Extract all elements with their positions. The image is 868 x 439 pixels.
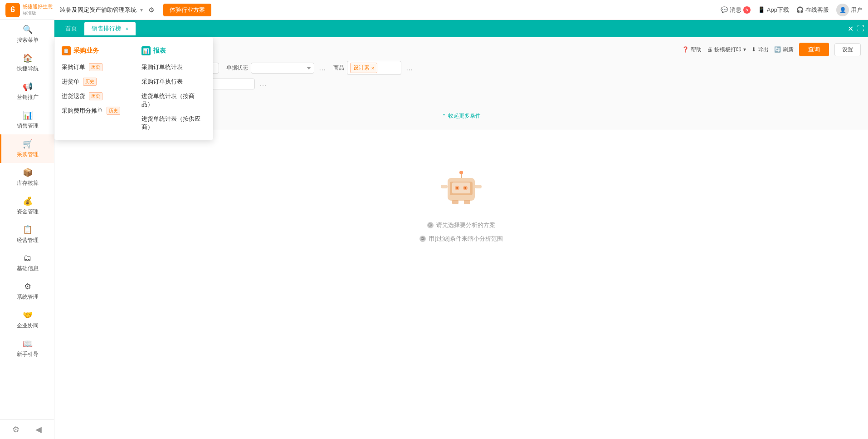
purchase-item-采购费用分摊单[interactable]: 采购费用分摊单历史 bbox=[54, 104, 134, 118]
purchase-item-采购订单[interactable]: 采购订单历史 bbox=[54, 60, 134, 74]
purchase-report-header-icon: 📊 bbox=[141, 46, 151, 55]
report-item-采购订单统计表[interactable]: 采购订单统计表 bbox=[134, 60, 214, 74]
purchase-business-title: 采购业务 bbox=[73, 47, 99, 55]
purchase-report-col: 📊 报表 采购订单统计表采购订单执行表进货单统计表（按商品）进货单统计表（按供应… bbox=[134, 37, 214, 140]
purchase-report-title: 报表 bbox=[153, 47, 166, 55]
purchase-item-进货退货[interactable]: 进货退货历史 bbox=[54, 89, 134, 104]
purchase-report-header: 📊 报表 bbox=[134, 43, 214, 60]
purchase-dropdown-menu: 📋 采购业务 采购订单历史进货单历史进货退货历史采购费用分摊单历史 📊 报表 采… bbox=[54, 37, 213, 140]
report-item-采购订单执行表[interactable]: 采购订单执行表 bbox=[134, 74, 214, 89]
purchase-item-进货单[interactable]: 进货单历史 bbox=[54, 74, 134, 89]
purchase-business-col: 📋 采购业务 采购订单历史进货单历史进货退货历史采购费用分摊单历史 bbox=[54, 37, 134, 140]
purchase-business-header: 📋 采购业务 bbox=[54, 43, 134, 60]
purchase-business-header-icon: 📋 bbox=[62, 46, 71, 55]
report-item-进货单统计表按供应商[interactable]: 进货单统计表（按供应商） bbox=[134, 112, 214, 134]
report-item-进货单统计表按商品[interactable]: 进货单统计表（按商品） bbox=[134, 89, 214, 112]
